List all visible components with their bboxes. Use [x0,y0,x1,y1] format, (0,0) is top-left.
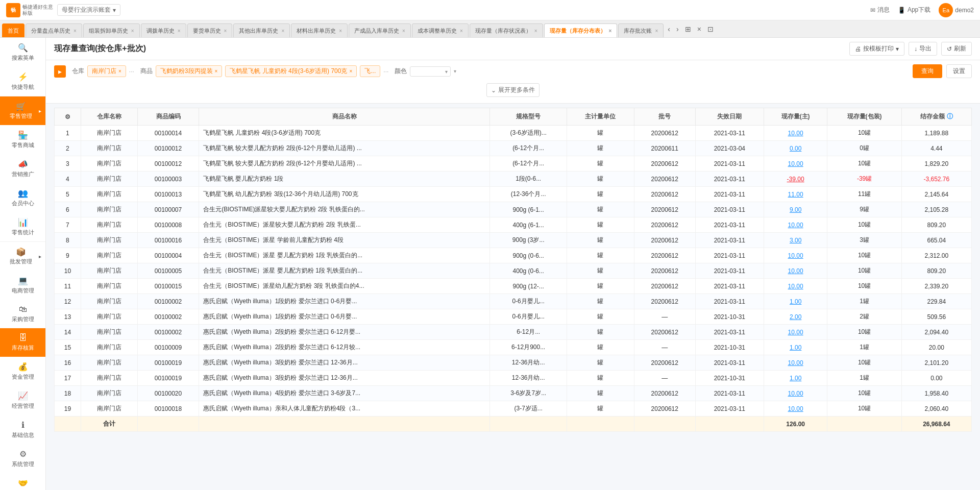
sidebar-item-purchase[interactable]: 🛍 采购管理 [0,300,45,328]
td-qty-main[interactable]: 9.00 [764,202,827,217]
td-qty-main[interactable]: 2.00 [764,309,827,325]
purchase-icon: 🛍 [19,305,27,314]
refresh-btn[interactable]: ↺ 刷新 [941,42,972,56]
tab-chan-ru-close[interactable]: × [402,28,405,34]
td-qty-main[interactable]: -39.00 [764,172,827,187]
td-qty-main[interactable]: 10.00 [764,386,827,401]
tab-kucun-status[interactable]: 现存量（库存状况表） × [470,23,543,38]
td-code: 00100008 [137,217,199,233]
user-area[interactable]: Ea demo2 [939,3,974,17]
tab-close-all-btn[interactable]: × [694,20,704,38]
tab-yao-huo[interactable]: 要货单历史 × [187,23,233,38]
tab-next-btn[interactable]: › [673,20,682,38]
product-tag-1[interactable]: 飞鹤奶粉3段丙提装 × [156,65,223,77]
td-qty-main[interactable]: 3.00 [764,233,827,248]
tab-kucun-dist-close[interactable]: × [609,28,612,34]
sidebar-item-system[interactable]: ⚙ 系统管理 [0,444,45,473]
warehouse-tag-text: 南岸门店 [92,67,116,76]
settings-btn[interactable]: 设置 [946,64,972,78]
td-unit: 罐 [567,248,634,263]
sidebar-item-business[interactable]: 📈 经营管理 [0,386,45,415]
product-tag-2-close[interactable]: × [349,68,352,74]
sidebar-item-inventory[interactable]: 🗄 库存核算 [0,328,45,357]
td-qty-pkg: 10罐 [827,156,901,172]
warehouse-tag-close[interactable]: × [118,68,121,74]
td-spec: 3-6岁及7岁... [490,386,567,401]
td-qty-main[interactable]: 1.00 [764,340,827,355]
sidebar-item-wholesale[interactable]: 📦 批发管理 ▸ [0,242,45,271]
sidebar-item-retail-stats[interactable]: 📊 零售统计 [0,212,45,241]
query-btn[interactable]: 查询 [913,64,942,78]
app-download-btn[interactable]: 📱 App下载 [898,6,930,14]
product-tag-1-close[interactable]: × [215,68,218,74]
expand-conditions-btn[interactable]: ⌄ 展开更多条件 [486,83,540,97]
tab-other-out[interactable]: 其他出库单历史 × [233,23,290,38]
th-settings[interactable]: ⚙ [55,108,81,126]
tab-kucun-dist[interactable]: 现存量（库存分布表） × [544,23,618,38]
td-qty-main[interactable]: 10.00 [764,355,827,371]
td-qty-main[interactable]: 1.00 [764,294,827,309]
td-batch: 20200612 [634,355,695,371]
sidebar-item-search[interactable]: 🔍 搜索英单 [0,38,45,67]
tab-fen-pan[interactable]: 分量盘点单历史 × [26,23,82,38]
sidebar-item-basic-info[interactable]: ℹ 基础信息 [0,415,45,444]
tab-diao-bo-close[interactable]: × [178,28,181,34]
td-name: 惠氏启赋（Wyeth illuma）3段奶粉 爱尔兰进口 12-36月... [199,371,490,386]
tab-cailiao-out[interactable]: 材料出库单历史 × [291,23,348,38]
tab-yao-huo-close[interactable]: × [224,28,227,34]
tab-kucun-batch[interactable]: 库存批次账 × [618,23,664,38]
sidebar-item-enterprise[interactable]: 🤝 企业协同 [0,473,45,490]
td-qty-main[interactable]: 10.00 [764,263,827,279]
tab-zu-chai[interactable]: 组装拆卸单历史 × [83,23,140,38]
td-qty-main[interactable]: 10.00 [764,401,827,416]
td-qty-main[interactable]: 10.00 [764,156,827,172]
warehouse-tag[interactable]: 南岸门店 × [87,65,126,77]
tab-kucun-batch-close[interactable]: × [655,28,658,34]
breadcrumb-select[interactable]: 母婴行业演示账套 ▾ [57,4,120,16]
sidebar-item-members[interactable]: 👥 会员中心 [0,183,45,212]
sidebar-item-marketing[interactable]: 📣 营销推广 [0,154,45,183]
sidebar-item-quick-nav[interactable]: ⚡ 快捷导航 [0,67,45,96]
tab-cost-adj-close[interactable]: × [460,28,463,34]
tab-more-btn[interactable]: ⊞ [682,20,694,38]
message-btn[interactable]: ✉ 消息 [870,6,890,14]
td-code: 00100020 [137,386,199,401]
sidebar-item-finance[interactable]: 💰 资金管理 [0,357,45,386]
print-btn[interactable]: 🖨 按模板打印 ▾ [849,42,904,56]
sidebar-item-retail-mgmt[interactable]: 🛒 零售管理 ▸ [0,96,45,125]
tab-cost-adj[interactable]: 成本调整单历史 × [412,23,469,38]
tab-cailiao-out-close[interactable]: × [339,28,342,34]
color-select[interactable] [410,66,451,77]
td-qty-main[interactable]: 10.00 [764,126,827,141]
tab-other-out-close[interactable]: × [281,28,284,34]
sidebar-finance-label: 资金管理 [12,373,34,381]
tab-home[interactable]: 首页 [2,23,24,38]
tab-cost-adj-label: 成本调整单历史 [418,27,457,35]
td-unit: 罐 [567,401,634,416]
sidebar-item-retail-mall[interactable]: 🏪 零售商城 [0,125,45,154]
td-qty-main[interactable]: 10.00 [764,325,827,340]
td-qty-main[interactable]: 10.00 [764,217,827,233]
tab-diao-bo[interactable]: 调拨单历史 × [141,23,186,38]
tab-kucun-status-close[interactable]: × [534,28,537,34]
sidebar-item-ecommerce[interactable]: 💻 电商管理 [0,271,45,300]
product-tag-more[interactable]: 飞... [360,65,380,77]
tab-prev-btn[interactable]: ‹ [665,20,673,38]
td-qty-main[interactable]: 11.00 [764,187,827,202]
td-qty-main[interactable]: 10.00 [764,248,827,263]
product-tag-2[interactable]: 飞鹤星飞帆 儿童奶粉 4段(3-6岁适用) 700克 × [225,65,357,77]
export-btn[interactable]: ↓ 导出 [909,42,937,56]
tab-fen-pan-close[interactable]: × [74,28,77,34]
td-qty-main[interactable]: 10.00 [764,279,827,294]
product-dots[interactable]: ··· [383,68,388,75]
td-no: 11 [55,279,81,294]
td-qty-main[interactable]: 1.00 [764,371,827,386]
tab-zu-chai-close[interactable]: × [131,28,134,34]
warehouse-dots[interactable]: ··· [129,68,134,75]
filter-collapse-btn[interactable]: ▸ [54,65,66,78]
filter-area: ▸ 仓库 南岸门店 × ··· 商品 飞鹤奶粉3段丙提装 × [46,60,980,104]
tab-restore-btn[interactable]: ⊡ [704,20,717,38]
basic-info-icon: ℹ [21,420,24,430]
tab-chan-ru[interactable]: 产成品入库单历史 × [349,23,411,38]
td-qty-main[interactable]: 0.00 [764,141,827,156]
